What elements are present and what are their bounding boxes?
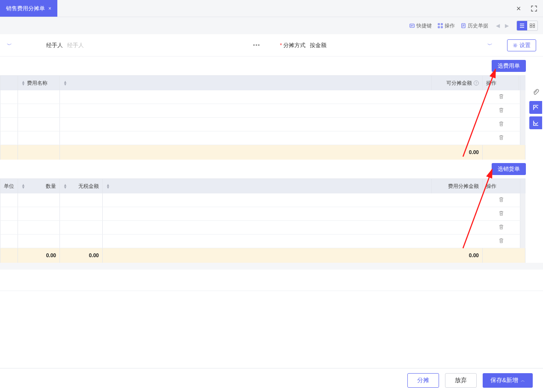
fullscreen-icon[interactable] bbox=[529, 4, 539, 13]
svg-rect-4 bbox=[441, 27, 442, 28]
save-new-label: 保存&新增 bbox=[490, 377, 518, 384]
sort-icon[interactable]: ▲▼ bbox=[21, 80, 25, 86]
delete-icon[interactable] bbox=[486, 94, 516, 101]
table-sum-row: 0.00 0.00 0.00 bbox=[0, 248, 525, 263]
table-row bbox=[0, 131, 525, 145]
sum-qty: 0.00 bbox=[46, 252, 56, 258]
tab-active[interactable]: 销售费用分摊单 × bbox=[0, 0, 57, 17]
tab-title: 销售费用分摊单 bbox=[6, 5, 45, 12]
svg-rect-6 bbox=[530, 24, 532, 26]
sum-notax: 0.00 bbox=[89, 252, 99, 258]
table-row bbox=[0, 235, 525, 248]
alloc-field[interactable]: *分摊方式 按金额 ﹀ bbox=[280, 42, 493, 49]
table-row bbox=[0, 118, 525, 131]
col-qty: 数量 bbox=[46, 183, 56, 190]
prev-record-icon[interactable]: ◀ bbox=[494, 23, 501, 29]
notes-area[interactable] bbox=[0, 270, 543, 291]
col-ops: 操作 bbox=[486, 183, 496, 190]
save-new-button[interactable]: 保存&新增 ︿ bbox=[483, 373, 533, 388]
col-notax: 无税金额 bbox=[78, 183, 99, 190]
col-unit: 单位 bbox=[4, 183, 14, 190]
expense-section: 选费用单 ▲▼ 费用名称 ▲▼ 可分摊金额 ? bbox=[0, 56, 543, 160]
operate-label: 操作 bbox=[445, 22, 455, 30]
svg-point-10 bbox=[514, 45, 516, 46]
svg-rect-8 bbox=[530, 26, 532, 28]
col-expense-name: 费用名称 bbox=[27, 80, 47, 87]
side-dock bbox=[528, 86, 543, 129]
sort-icon[interactable]: ▲▼ bbox=[106, 184, 110, 189]
history-label: 历史单据 bbox=[468, 22, 488, 30]
handler-label: 经手人 bbox=[46, 42, 63, 49]
discard-button[interactable]: 放弃 bbox=[445, 373, 477, 388]
table-row bbox=[0, 193, 525, 207]
divider bbox=[0, 263, 543, 270]
close-icon[interactable]: × bbox=[48, 6, 51, 12]
delete-icon[interactable] bbox=[486, 197, 516, 204]
operate-button[interactable]: 操作 bbox=[438, 22, 455, 30]
handler-field[interactable]: 经手人 经手人 ••• bbox=[46, 42, 260, 49]
scrollbar[interactable] bbox=[520, 90, 525, 145]
select-sales-button[interactable]: 选销货单 bbox=[492, 163, 526, 175]
history-button[interactable]: 历史单据 bbox=[461, 22, 488, 30]
sort-icon[interactable]: ▲▼ bbox=[21, 184, 25, 189]
delete-icon[interactable] bbox=[486, 238, 516, 245]
tab-bar: 销售费用分摊单 × × bbox=[0, 0, 543, 17]
view-toggle bbox=[516, 21, 538, 31]
scrollbar[interactable] bbox=[520, 193, 525, 248]
sort-icon[interactable]: ▲▼ bbox=[63, 184, 67, 189]
shortcut-label: 快捷键 bbox=[416, 22, 432, 30]
handler-input[interactable]: 经手人 bbox=[67, 42, 249, 49]
svg-rect-0 bbox=[410, 24, 414, 27]
chevron-down-icon[interactable]: ﹀ bbox=[7, 42, 12, 49]
window-close-icon[interactable]: × bbox=[514, 4, 523, 13]
alloc-label: *分摊方式 bbox=[280, 42, 306, 49]
col-ops: 操作 bbox=[486, 80, 496, 87]
chevron-up-icon: ︿ bbox=[521, 377, 525, 383]
chevron-down-icon[interactable]: ﹀ bbox=[487, 42, 493, 49]
sum-feealloc: 0.00 bbox=[469, 252, 479, 258]
delete-icon[interactable] bbox=[486, 135, 516, 142]
svg-rect-2 bbox=[441, 24, 442, 25]
sort-icon[interactable]: ▲▼ bbox=[63, 80, 67, 86]
content-area: 选费用单 ▲▼ 费用名称 ▲▼ 可分摊金额 ? bbox=[0, 56, 543, 368]
view-card-icon[interactable] bbox=[527, 21, 537, 30]
delete-icon[interactable] bbox=[486, 211, 516, 217]
col-feealloc: 费用分摊金额 bbox=[448, 183, 479, 190]
settings-label: 设置 bbox=[519, 42, 531, 49]
view-list-icon[interactable] bbox=[517, 21, 527, 30]
svg-rect-3 bbox=[438, 27, 439, 28]
col-alloc-amount: 可分摊金额 bbox=[446, 80, 472, 87]
record-nav: ◀ ▶ bbox=[494, 23, 510, 29]
select-expense-button[interactable]: 选费用单 bbox=[492, 60, 526, 72]
sales-section: 选销货单 单位 ▲▼ 数量 ▲▼ 无税金额 ▲▼ bbox=[0, 160, 543, 263]
table-row bbox=[0, 104, 525, 118]
table-row bbox=[0, 207, 525, 221]
svg-rect-9 bbox=[533, 26, 535, 28]
svg-rect-7 bbox=[533, 24, 535, 26]
delete-icon[interactable] bbox=[486, 121, 516, 128]
table-row bbox=[0, 90, 525, 104]
sum-alloc: 0.00 bbox=[469, 149, 479, 155]
shortcut-button[interactable]: 快捷键 bbox=[409, 22, 432, 30]
form-row: ﹀ 经手人 经手人 ••• *分摊方式 按金额 ﹀ 设置 bbox=[0, 34, 543, 56]
expense-grid: ▲▼ 费用名称 ▲▼ 可分摊金额 ? 操作 bbox=[0, 75, 525, 160]
delete-icon[interactable] bbox=[486, 107, 516, 114]
delete-icon[interactable] bbox=[486, 224, 516, 231]
info-icon[interactable]: ? bbox=[474, 80, 479, 86]
expand-down-icon[interactable] bbox=[529, 116, 542, 129]
settings-button[interactable]: 设置 bbox=[507, 39, 536, 51]
alloc-value: 按金额 bbox=[310, 42, 483, 49]
table-sum-row: 0.00 bbox=[0, 145, 525, 160]
svg-rect-1 bbox=[438, 24, 439, 25]
footer: 分摊 放弃 保存&新增 ︿ bbox=[0, 368, 543, 392]
more-icon[interactable]: ••• bbox=[253, 42, 260, 48]
table-row bbox=[0, 221, 525, 235]
allocate-button[interactable]: 分摊 bbox=[407, 373, 439, 388]
next-record-icon[interactable]: ▶ bbox=[503, 23, 510, 29]
expand-up-icon[interactable] bbox=[529, 101, 542, 114]
sales-grid: 单位 ▲▼ 数量 ▲▼ 无税金额 ▲▼ 费用分摊金额 bbox=[0, 178, 525, 263]
attachment-icon[interactable] bbox=[529, 86, 542, 98]
toolbar: 快捷键 操作 历史单据 ◀ ▶ bbox=[0, 17, 543, 34]
